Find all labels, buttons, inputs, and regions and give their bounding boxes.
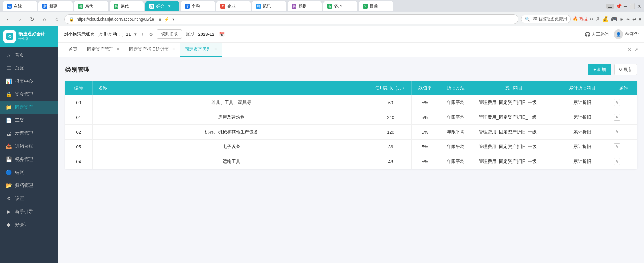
dropdown-icon[interactable]: ▾ [172, 17, 174, 22]
lightning-icon[interactable]: ⚡ [164, 17, 169, 22]
reload-button[interactable]: ↻ [27, 14, 37, 24]
edit-icon[interactable]: ✎ [614, 99, 620, 106]
page-title: 类别管理 [65, 65, 90, 74]
bookmark-button[interactable]: ☆ [52, 14, 62, 24]
tab-icon: 易 [78, 4, 83, 9]
account-name: 刘小艳演示账套（勿删勿动！）11 [64, 31, 131, 37]
logo-text-block: 畅捷通好会计 专业版 [18, 31, 45, 42]
cell-residual: 5% [411, 154, 439, 169]
tab-yidai2[interactable]: 易 易代 [110, 1, 144, 11]
edit-icon[interactable]: ✎ [614, 129, 620, 135]
sidebar-item-purchase-sale[interactable]: 📥 进销台账 [0, 140, 58, 153]
brightness-icon[interactable]: ☀ [626, 16, 630, 22]
sidebar-item-more[interactable]: ◆ 好会计 [0, 218, 58, 231]
wallet-icon[interactable]: 💰 [602, 16, 609, 22]
app-tab-bar: 首页 固定资产管理 ✕ 固定资产折旧统计表 ✕ 固定资产类别 ✕ ✕ ⤢ [58, 43, 644, 57]
sidebar-item-ledger-label: 总账 [15, 65, 24, 71]
logo-svg: 会 [5, 32, 14, 40]
period-label: 账期 [186, 31, 194, 37]
sidebar-item-ledger[interactable]: ☰ 总账 [0, 62, 58, 75]
switch-old-version-button[interactable]: 切到旧版 [157, 29, 182, 39]
edit-icon[interactable]: ✎ [614, 143, 620, 150]
tab-new[interactable]: 新 新建 [38, 1, 73, 11]
col-action: 操作 [610, 81, 637, 95]
sidebar-item-fixed-assets[interactable]: 📁 固定资产 [0, 101, 58, 114]
cell-action[interactable]: ✎ [610, 154, 637, 169]
sidebar-item-home[interactable]: ⌂ 首页 [0, 49, 58, 62]
cell-action[interactable]: ✎ [610, 95, 637, 110]
game-icon[interactable]: 🎮 [611, 16, 618, 22]
help-button[interactable]: 🎧 人工咨询 [585, 31, 609, 37]
site-info-icon[interactable]: ⊞ [158, 17, 162, 22]
edit-icon[interactable]: ✎ [614, 158, 620, 165]
tab-tencent[interactable]: 腾 腾讯 [252, 1, 286, 11]
tab-mubiao[interactable]: S 目前 [359, 1, 393, 11]
tab-changjie[interactable]: 畅 畅提 [288, 1, 322, 11]
sidebar-item-payroll[interactable]: 📄 工资 [0, 114, 58, 127]
edit-icon[interactable]: ✎ [614, 114, 620, 121]
app-tab-fixed-mgmt[interactable]: 固定资产管理 ✕ [82, 43, 124, 57]
app-tab-fixed-category[interactable]: 固定资产类别 ✕ [180, 43, 222, 57]
app-tab-home[interactable]: 首页 [64, 43, 82, 57]
tab-gedi[interactable]: 各 各地 [323, 1, 357, 11]
cell-action[interactable]: ✎ [610, 125, 637, 140]
address-bar[interactable]: 🔒 https://cloud.chanjet.com/accounting/u… [64, 14, 518, 24]
pin-icon[interactable]: 📌 [616, 3, 622, 9]
app-tab-fixed-category-close-icon[interactable]: ✕ [214, 47, 217, 51]
dropdown-arrow-icon[interactable]: ▾ [134, 32, 137, 37]
sidebar-item-checkout[interactable]: 🔵 结账 [0, 166, 58, 179]
home-button[interactable]: ⌂ [40, 14, 49, 24]
sidebar-item-archive[interactable]: 📂 归档管理 [0, 179, 58, 192]
user-profile[interactable]: 👤 徐泽华 [614, 29, 639, 39]
scissors-icon[interactable]: ✂ [590, 16, 593, 22]
main-content: 类别管理 + 新增 ↻ 刷新 编号 名称 使用期限（月） 残值率 [58, 57, 644, 263]
search-box[interactable]: 🔍 360智能抠图免费用 [521, 15, 571, 23]
sidebar-item-settings[interactable]: ⚙ 设置 [0, 192, 58, 205]
grid-icon[interactable]: ⊞ [620, 16, 624, 22]
app-tab-depreciation[interactable]: 固定资产折旧统计表 ✕ [124, 43, 180, 57]
back-button[interactable]: ‹ [3, 14, 12, 24]
tab-actions: ✕ ⤢ [628, 47, 639, 52]
add-account-icon[interactable]: ＋ [140, 31, 146, 38]
period-value: 2023-12 [198, 32, 214, 37]
window-controls: 11 📌 ─ ⬜ ✕ [606, 3, 641, 9]
app-tab-depreciation-close-icon[interactable]: ✕ [172, 47, 175, 51]
tab-close-icon[interactable]: ✕ [168, 4, 171, 9]
refresh-button[interactable]: ↻ 刷新 [614, 64, 637, 75]
settings-gear-icon[interactable]: ⚙ [149, 32, 153, 37]
expand-icon[interactable]: ⤢ [634, 47, 639, 52]
sidebar-item-funds[interactable]: 🔒 资金管理 [0, 88, 58, 101]
reports-icon: 📊 [5, 78, 12, 84]
tab-haokuaiji[interactable]: 好 好会 ✕ [145, 1, 179, 11]
undo-icon[interactable]: ↩ [632, 16, 636, 22]
close-all-tabs-icon[interactable]: ✕ [628, 47, 632, 52]
sidebar-item-invoice[interactable]: 🖨 发票管理 [0, 127, 58, 140]
hot-label[interactable]: 🔥 热搜 [573, 16, 587, 22]
menu-icon[interactable]: ≡ [639, 16, 641, 22]
cell-code: 01 [65, 110, 92, 125]
minimize-icon[interactable]: ─ [624, 3, 627, 9]
translate-icon[interactable]: 译 [595, 16, 600, 22]
tab-online[interactable]: 在 在线 [3, 1, 37, 11]
tab-icon: S [363, 4, 368, 9]
add-button[interactable]: + 新增 [588, 64, 611, 75]
sidebar-item-reports[interactable]: 📊 报表中心 [0, 75, 58, 88]
app-tab-fixed-mgmt-close-icon[interactable]: ✕ [116, 47, 119, 51]
table-row: 03 器具、工具、家具等 60 5% 年限平均 管理费用_固定资产折旧_一级 累… [65, 95, 637, 110]
tab-geshui[interactable]: 个 个税 [181, 1, 215, 11]
close-browser-icon[interactable]: ✕ [637, 3, 641, 9]
tab-icon: 个 [185, 4, 190, 9]
tab-icon: 好 [149, 4, 154, 9]
sidebar-item-tax[interactable]: 💾 税务管理 [0, 153, 58, 166]
cell-method: 年限平均 [439, 125, 473, 140]
forward-button[interactable]: › [15, 14, 25, 24]
cell-action[interactable]: ✎ [610, 140, 637, 154]
sidebar-item-guide[interactable]: ▶ 新手引导 [0, 205, 58, 218]
calendar-icon[interactable]: 📅 [219, 32, 225, 37]
restore-icon[interactable]: ⬜ [629, 3, 635, 9]
table-row: 01 房屋及建筑物 240 5% 年限平均 管理费用_固定资产折旧_一级 累计折… [65, 110, 637, 125]
tab-enterprise[interactable]: C 企业 [216, 1, 251, 11]
category-table: 编号 名称 使用期限（月） 残值率 折旧方法 费用科目 累计折旧科目 操作 03 [65, 81, 637, 169]
cell-action[interactable]: ✎ [610, 110, 637, 125]
tab-yidai1[interactable]: 易 易代 [74, 1, 108, 11]
